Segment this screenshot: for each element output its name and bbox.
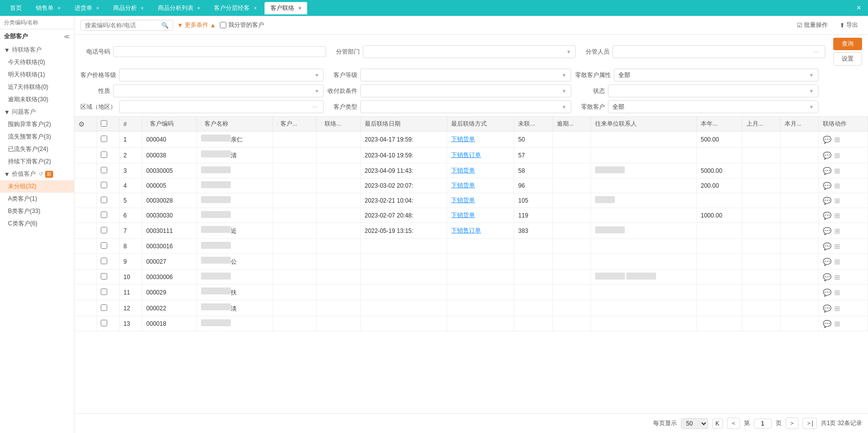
chat-icon[interactable]: 💬 xyxy=(823,136,831,144)
status-select[interactable]: ▼ xyxy=(608,84,818,97)
row-action[interactable]: 💬 ⊞ xyxy=(819,208,868,223)
chat-icon[interactable]: 💬 xyxy=(823,227,831,235)
row-check[interactable] xyxy=(101,258,107,264)
sidebar-item-7day-pending[interactable]: 近7天待联络(0) xyxy=(0,81,74,93)
sidebar-item-churn-warning[interactable]: 流失预警客户(3) xyxy=(0,131,74,143)
grid-icon[interactable]: ⊞ xyxy=(834,227,840,235)
row-action[interactable]: 💬 ⊞ xyxy=(819,285,868,300)
row-action[interactable]: 💬 ⊞ xyxy=(819,163,868,178)
sidebar-item-overdue-pending[interactable]: 逾期未联络(30) xyxy=(0,93,74,106)
row-action[interactable]: 💬 ⊞ xyxy=(819,300,868,316)
chat-icon[interactable]: 💬 xyxy=(823,242,831,250)
reset-button[interactable]: 设置 xyxy=(833,52,862,66)
batch-ops-btn[interactable]: ☑ 批量操作 xyxy=(793,19,832,31)
sidebar-item-ungroup[interactable]: 未分组(32) xyxy=(0,180,74,193)
chat-icon[interactable]: 💬 xyxy=(823,258,831,266)
customer-type-select[interactable]: ▼ xyxy=(360,100,571,113)
sidebar-search-box[interactable]: 🔍 xyxy=(0,16,74,29)
row-check[interactable] xyxy=(101,289,107,295)
row-checkbox[interactable] xyxy=(97,147,120,163)
region-select[interactable]: ··· xyxy=(119,100,324,113)
row-check[interactable] xyxy=(101,151,107,158)
grid-icon[interactable]: ⊞ xyxy=(834,304,840,312)
row-checkbox[interactable] xyxy=(97,254,120,270)
prev-page-btn[interactable]: ＜ xyxy=(727,418,740,429)
grid-icon[interactable]: ⊞ xyxy=(834,136,840,144)
last-method-col-header[interactable]: 最后联络方式 xyxy=(447,117,514,132)
manager-ellipsis[interactable]: ··· xyxy=(812,48,821,55)
row-action[interactable]: 💬 ⊞ xyxy=(819,132,868,147)
grid-icon[interactable]: ⊞ xyxy=(834,151,840,159)
payment-select[interactable]: ▼ xyxy=(360,84,571,97)
price-level-select[interactable]: ▼ xyxy=(119,69,324,81)
row-check[interactable] xyxy=(101,320,107,326)
last-method-link[interactable]: 下销货单 xyxy=(451,212,475,218)
sidebar-item-churned[interactable]: 已流失客户(24) xyxy=(0,143,74,155)
close-customer-tier-tab[interactable]: × xyxy=(254,5,257,11)
page-number-input[interactable] xyxy=(754,419,772,429)
row-check[interactable] xyxy=(101,212,107,218)
row-last-method[interactable]: 下销售订单 xyxy=(447,223,514,239)
grid-icon[interactable]: ⊞ xyxy=(834,182,840,190)
row-check[interactable] xyxy=(101,273,107,280)
tab-analysis-list[interactable]: 商品分析列表 × xyxy=(152,2,206,14)
grid-icon[interactable]: ⊞ xyxy=(834,273,840,281)
row-check[interactable] xyxy=(101,167,107,173)
chat-icon[interactable]: 💬 xyxy=(823,197,831,205)
close-customer-contact-tab[interactable]: × xyxy=(298,5,301,11)
settings-col-header[interactable]: ⚙ xyxy=(74,117,97,132)
row-checkbox[interactable] xyxy=(97,316,120,331)
last-method-link[interactable]: 下销售订单 xyxy=(451,227,481,234)
value-group[interactable]: ▼ 价值客户 ↺ 新 xyxy=(0,168,74,180)
export-btn[interactable]: ⬆ 导出 xyxy=(836,19,862,31)
row-action[interactable]: 💬 ⊞ xyxy=(819,254,868,270)
row-check[interactable] xyxy=(101,136,107,142)
first-page-btn[interactable]: K xyxy=(712,419,723,429)
row-check[interactable] xyxy=(101,304,107,311)
grid-icon[interactable]: ⊞ xyxy=(834,289,840,296)
row-last-method[interactable]: 下销货单 xyxy=(447,178,514,193)
row-checkbox[interactable] xyxy=(97,193,120,208)
contact-col-header[interactable]: :联络... xyxy=(317,117,361,132)
tab-analysis[interactable]: 商品分析 × xyxy=(107,2,150,14)
sidebar-item-tomorrow-pending[interactable]: 明天待联络(1) xyxy=(0,69,74,81)
code-col-header[interactable]: :客户编码 xyxy=(142,117,197,132)
grid-icon[interactable]: ⊞ xyxy=(834,258,840,266)
dept-select[interactable]: ▼ xyxy=(363,45,576,58)
sidebar-item-a-class[interactable]: A类客户(1) xyxy=(0,193,74,205)
retail-attr-select[interactable]: 全部 ▼ xyxy=(614,69,818,81)
row-last-method[interactable]: 下销售订单 xyxy=(447,147,514,163)
chat-icon[interactable]: 💬 xyxy=(823,151,831,159)
grid-icon[interactable]: ⊞ xyxy=(834,242,840,250)
row-checkbox[interactable] xyxy=(97,178,120,193)
chat-icon[interactable]: 💬 xyxy=(823,304,831,312)
customer-level-select[interactable]: ▼ xyxy=(360,69,571,81)
main-search-input[interactable] xyxy=(85,22,159,29)
pending-group[interactable]: ▼ 待联络客户 xyxy=(0,44,74,56)
last-method-link[interactable]: 下销货单 xyxy=(451,136,475,143)
grid-icon[interactable]: ⊞ xyxy=(834,212,840,219)
last-method-link[interactable]: 下销货单 xyxy=(451,182,475,189)
phone-input[interactable] xyxy=(113,46,326,57)
grid-icon[interactable]: ⊞ xyxy=(834,167,840,175)
main-search-box[interactable]: 🔍 xyxy=(80,20,173,31)
type-col-header[interactable]: :客户... xyxy=(272,117,317,132)
close-sales-tab[interactable]: × xyxy=(58,5,61,11)
last-method-link[interactable]: 下销售订单 xyxy=(451,151,481,158)
collapse-icon[interactable]: ≪ xyxy=(64,33,70,40)
row-checkbox[interactable] xyxy=(97,285,120,300)
row-last-method[interactable]: 下销货单 xyxy=(447,193,514,208)
row-checkbox[interactable] xyxy=(97,223,120,239)
tab-purchase[interactable]: 进货单 × xyxy=(68,2,105,14)
row-check[interactable] xyxy=(101,197,107,203)
last-month-col-header[interactable]: 上月... xyxy=(742,117,780,132)
row-checkbox[interactable] xyxy=(97,132,120,147)
refresh-icon[interactable]: ↺ xyxy=(39,171,43,177)
row-action[interactable]: 💬 ⊞ xyxy=(819,270,868,285)
row-checkbox[interactable] xyxy=(97,239,120,254)
problem-group[interactable]: ▼ 问题客户 xyxy=(0,106,74,118)
row-action[interactable]: 💬 ⊞ xyxy=(819,147,868,163)
row-checkbox[interactable] xyxy=(97,300,120,316)
sidebar-item-declining[interactable]: 持续下滑客户(2) xyxy=(0,155,74,168)
chat-icon[interactable]: 💬 xyxy=(823,289,831,296)
